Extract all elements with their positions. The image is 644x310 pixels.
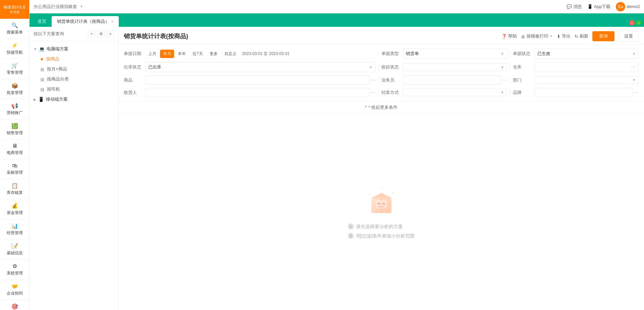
outstock-label: 出库状态 (124, 64, 143, 70)
tab-home[interactable]: 首页 (32, 16, 52, 27)
workspace-label: 办公用品行业模拟账套 (34, 4, 77, 10)
staff-label: 业务员 (381, 77, 400, 83)
sidebar-item-sales[interactable]: 💹销售管理 (0, 119, 29, 140)
warehouse-select[interactable]: ··· (534, 62, 639, 72)
payment-select[interactable]: ▼ (403, 89, 507, 96)
user-menu[interactable]: Ea demo2 (616, 2, 640, 11)
refresh-icon: ↻ (575, 34, 578, 39)
filter-date: 单据日期 上月本月本年近7天更多自定义 2023-03-01 至 2023-03… (124, 50, 376, 58)
pc-group-arrow-icon: ▼ (34, 47, 37, 51)
sidebar-item-search[interactable]: 🔍搜索菜单 (0, 19, 29, 39)
date-tab-上月[interactable]: 上月 (145, 50, 159, 58)
page-actions: ❓ 帮助 🖨 按模板打印 ▼ ⬇ 导出 ↻ 刷新 (501, 31, 639, 42)
date-tab-本年[interactable]: 本年 (175, 50, 189, 58)
message-btn[interactable]: 💬 消息 (567, 4, 582, 10)
logo-area: 畅捷通好生意 标准版 (0, 0, 29, 19)
query-btn[interactable]: 查询 (592, 31, 614, 41)
collapse-conditions-btn[interactable]: ^ ^ 收起更多条件 (365, 104, 398, 110)
type-select[interactable]: 销货单 ▼ (403, 49, 507, 59)
topbar-left: 办公用品行业模拟账套 ▼ (34, 4, 83, 10)
tree-group-mobile-header[interactable]: ▶ 📱 移动端方案 (30, 94, 118, 104)
date-tab-本月[interactable]: 本月 (160, 50, 174, 58)
collapse-icon: ^ (365, 105, 367, 110)
date-tab-自定义[interactable]: 自定义 (221, 50, 239, 58)
goods-dots[interactable]: ··· (371, 77, 375, 83)
inventory-icon: 📋 (11, 183, 18, 189)
tab-sales-stat[interactable]: 销货单统计计表（按商品） × (52, 16, 119, 27)
sidebar-item-purchase[interactable]: 🛍采购管理 (0, 159, 29, 179)
goods-label: 商品 (124, 77, 143, 83)
left-panel: 按以下方案查询 + ⚙ « ▼ (30, 27, 118, 310)
add-scheme-btn[interactable]: + (88, 30, 95, 38)
payment-label: 结算方式 (381, 90, 400, 96)
scheme-settings-btn[interactable]: ⚙ (97, 30, 105, 38)
finance-icon: 💰 (11, 203, 18, 209)
sidebar-item-inventory[interactable]: 📋库存核算 (0, 179, 29, 199)
main-area: 办公用品行业模拟账套 ▼ 💬 消息 📱 App下载 Ea demo2 首页 (30, 0, 644, 310)
by-category-label: 按商品分类 (47, 76, 69, 82)
sidebar-item-finance[interactable]: 💰资金管理 (0, 199, 29, 219)
dept-chevron-icon: ▼ (632, 78, 636, 82)
print-btn[interactable]: 🖨 按模板打印 ▼ (521, 33, 553, 39)
collapse-bar: ^ ^ 收起更多条件 (118, 101, 644, 113)
by-product-label: 按商品 (46, 56, 59, 62)
tree-item-by-cashier[interactable]: ▦ 按司机 (30, 84, 118, 94)
brand-dots[interactable]: ··· (634, 90, 639, 96)
svg-point-5 (382, 202, 385, 205)
svg-rect-6 (378, 206, 385, 207)
topbar-right: 💬 消息 📱 App下载 Ea demo2 (567, 2, 640, 11)
window-close-btn[interactable]: × (629, 20, 635, 25)
by-product-icon: ● (40, 56, 44, 62)
type-value: 销货单 (406, 51, 419, 57)
tab-close-icon[interactable]: × (111, 19, 113, 23)
sidebar-item-operation[interactable]: 📊经营管理 (0, 219, 29, 240)
sidebar-item-quick-nav[interactable]: ⚡快捷导航 (0, 39, 29, 59)
sidebar-item-system[interactable]: ⚙系统管理 (0, 260, 29, 280)
tree-item-by-product[interactable]: ● 按商品 (30, 54, 118, 64)
status-chevron-icon: ▼ (632, 52, 636, 56)
tree-container: ▼ 💻 电脑端方案 ● 按商品 ▦ 按月+商品 ▦ 按商品分类 (30, 41, 118, 310)
sidebar-item-ecommerce[interactable]: 🖥电商管理 (0, 140, 29, 159)
staff-dots[interactable]: ··· (502, 77, 507, 83)
consignee-label: 收货人 (124, 90, 143, 96)
refresh-btn[interactable]: ↻ 刷新 (575, 33, 588, 39)
tree-item-by-category[interactable]: ▦ 按商品分类 (30, 74, 118, 84)
sidebar-item-retail[interactable]: 🛒零售管理 (0, 59, 29, 79)
svg-marker-1 (371, 193, 391, 198)
settings-btn[interactable]: 设置 (619, 31, 639, 42)
date-tab-更多[interactable]: 更多 (207, 50, 221, 58)
staff-input[interactable] (403, 75, 501, 85)
pc-group-label: 电脑端方案 (47, 46, 68, 52)
status-select[interactable]: 已生效 ▼ (534, 49, 639, 59)
help-icon: ❓ (501, 34, 507, 39)
hint-text-1: 请先选择要分析的方案 (356, 222, 403, 231)
filter-status: 单据状态 已生效 ▼ (513, 49, 639, 59)
receipt-label: 收款状态 (381, 64, 400, 70)
warehouse-dots[interactable]: ··· (631, 64, 636, 70)
by-cashier-icon: ▦ (40, 87, 44, 92)
ecommerce-icon: 🖥 (12, 143, 17, 149)
export-btn[interactable]: ⬇ 导出 (557, 33, 571, 39)
message-icon: 💬 (567, 4, 572, 9)
sidebar-item-marketing[interactable]: 📢营销推广 (0, 99, 29, 119)
dept-select[interactable]: ▼ (534, 76, 639, 84)
sidebar-item-enterprise[interactable]: 🤝企业协同 (0, 280, 29, 300)
filter-area: 单据日期 上月本月本年近7天更多自定义 2023-03-01 至 2023-03… (118, 45, 644, 101)
tree-group-pc-header[interactable]: ▼ 💻 电脑端方案 (30, 44, 118, 54)
consignee-input[interactable] (145, 88, 370, 97)
help-btn[interactable]: ❓ 帮助 (501, 33, 517, 39)
receipt-select[interactable]: ▼ (403, 63, 507, 71)
collapse-panel-btn[interactable]: « (107, 30, 114, 38)
sidebar-item-basic[interactable]: 📝基础信息 (0, 240, 29, 260)
app-download-btn[interactable]: 📱 App下载 (587, 4, 610, 10)
tree-item-by-month-product[interactable]: ▦ 按月+商品 (30, 64, 118, 74)
outstock-select[interactable]: 已出库 ▼ (145, 62, 376, 72)
date-tab-近7天[interactable]: 近7天 (190, 50, 206, 58)
goods-input[interactable] (145, 75, 370, 85)
svg-point-4 (378, 202, 380, 205)
window-expand-btn[interactable]: ⤢ (636, 20, 641, 25)
sidebar-item-guide[interactable]: 🎯新手引导 (0, 300, 29, 310)
consignee-dots[interactable]: ··· (371, 90, 375, 96)
sidebar-item-wholesale[interactable]: 📦批发管理 (0, 79, 29, 99)
brand-input[interactable] (534, 88, 633, 97)
